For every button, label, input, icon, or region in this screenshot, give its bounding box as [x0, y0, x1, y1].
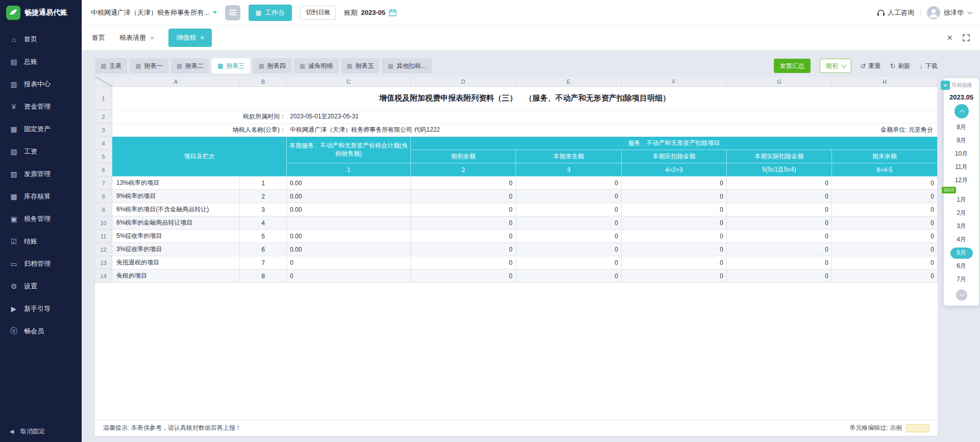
cell-value[interactable]: 0: [832, 216, 938, 230]
row-number[interactable]: 1: [95, 87, 112, 110]
column-letter[interactable]: B: [240, 77, 287, 87]
sidebar-item-settings[interactable]: ⚙ 设置: [0, 275, 82, 298]
sidebar-item-invoice-management[interactable]: ▨ 发票管理: [0, 163, 82, 185]
column-letter[interactable]: A: [112, 77, 240, 87]
column-letter[interactable]: G: [727, 77, 832, 87]
unpin-sidebar-button[interactable]: ◀ 取消固定: [0, 421, 82, 442]
cell-value[interactable]: 0: [832, 269, 938, 283]
cell-value[interactable]: 0: [516, 256, 622, 269]
cell-value[interactable]: 0: [832, 190, 938, 203]
cell-value[interactable]: 0: [516, 177, 622, 190]
cell-item-name[interactable]: 6%税率的项目(不含金融商品转让): [112, 203, 240, 216]
month-item[interactable]: 3月: [944, 220, 979, 233]
cell-value[interactable]: 0: [516, 269, 622, 283]
cell-value[interactable]: 0: [622, 190, 727, 203]
row-number[interactable]: 5: [95, 150, 112, 163]
cell-value[interactable]: 0: [622, 256, 727, 269]
sidebar-item-home[interactable]: ⌂ 首页: [0, 28, 82, 51]
month-item[interactable]: 11月: [944, 160, 979, 174]
cell-value[interactable]: 0: [832, 203, 938, 216]
cell-value[interactable]: 0: [287, 269, 411, 283]
sidebar-item-general-ledger[interactable]: ▤ 总账: [0, 51, 82, 73]
cell-value[interactable]: 0: [516, 190, 622, 203]
cell-value[interactable]: 0: [411, 269, 516, 283]
row-number[interactable]: 12: [95, 243, 112, 256]
row-number[interactable]: 13: [95, 256, 112, 269]
cell-item-name[interactable]: 3%征收率的项目: [112, 243, 240, 256]
cell-value[interactable]: 0: [832, 256, 938, 269]
cell-value[interactable]: 0: [411, 230, 516, 243]
cell-line-no[interactable]: 4: [240, 216, 287, 230]
month-item[interactable]: 5月: [950, 248, 973, 259]
cell-value[interactable]: 0: [727, 190, 832, 203]
cell-value[interactable]: 0: [727, 243, 832, 256]
cell-line-no[interactable]: 5: [240, 230, 287, 243]
sidebar-item-fund-management[interactable]: ¥ 资金管理: [0, 95, 82, 118]
cell-line-no[interactable]: 7: [240, 256, 287, 269]
cell-value[interactable]: 0: [622, 216, 727, 230]
month-item[interactable]: 6月: [944, 260, 979, 273]
sidebar-item-payroll[interactable]: ▧ 工资: [0, 140, 82, 163]
cell-value[interactable]: 0: [622, 203, 727, 216]
cell-line-no[interactable]: 8: [240, 269, 287, 283]
tab-2[interactable]: 增值税 ×: [168, 29, 212, 47]
period-filter-button[interactable]: 期初: [820, 59, 851, 73]
support-button[interactable]: 人工咨询: [877, 8, 914, 17]
cell-value[interactable]: 0: [622, 230, 727, 243]
subtab-0[interactable]: ▦ 主表: [95, 58, 127, 73]
close-all-tabs-icon[interactable]: ×: [947, 33, 952, 42]
collapse-panel-button[interactable]: «: [941, 81, 950, 90]
row-number[interactable]: 10: [95, 216, 112, 230]
tab-0[interactable]: 首页: [92, 33, 105, 42]
fullscreen-icon[interactable]: [963, 34, 970, 41]
row-number[interactable]: 9: [95, 203, 112, 216]
cell-value[interactable]: 0: [516, 216, 622, 230]
scroll-down-button[interactable]: [956, 289, 967, 301]
cell-value[interactable]: 0: [411, 203, 516, 216]
close-tab-icon[interactable]: ×: [200, 34, 204, 41]
cell-item-name[interactable]: 免税的项目: [112, 269, 240, 283]
row-number[interactable]: 14: [95, 269, 112, 283]
cell-value[interactable]: 0.00: [287, 190, 411, 203]
column-letter[interactable]: D: [411, 77, 516, 87]
cell-value[interactable]: 0.00: [287, 203, 411, 216]
cell-value[interactable]: 0: [622, 177, 727, 190]
cell-value[interactable]: 0: [411, 243, 516, 256]
column-letter[interactable]: H: [832, 77, 938, 87]
row-number[interactable]: 7: [95, 177, 112, 190]
cell-value[interactable]: 0.00: [287, 230, 411, 243]
cell-value[interactable]: 0: [727, 269, 832, 283]
subtab-2[interactable]: ▦ 附表二: [171, 58, 209, 73]
month-item[interactable]: 4月: [944, 233, 979, 247]
cell-value[interactable]: 0: [516, 230, 622, 243]
reset-button[interactable]: ↺ 重置: [861, 62, 881, 70]
column-letter[interactable]: C: [287, 77, 411, 87]
row-number[interactable]: 6: [95, 163, 112, 177]
cell-value[interactable]: 0: [411, 177, 516, 190]
sidebar-item-beginner-guide[interactable]: ▶ 新手引导: [0, 298, 82, 320]
subtab-7[interactable]: ▦ 其他扣税...: [382, 58, 431, 73]
user-menu[interactable]: 徐泽华: [927, 6, 971, 19]
sidebar-item-closing[interactable]: ☑ 结账: [0, 230, 82, 253]
month-item[interactable]: 12月: [944, 174, 979, 187]
cell-value[interactable]: 0: [411, 256, 516, 269]
row-number[interactable]: 3: [95, 124, 112, 137]
cell-value[interactable]: 0: [727, 203, 832, 216]
cell-value[interactable]: 0: [832, 177, 938, 190]
cell-value[interactable]: 0: [727, 230, 832, 243]
month-item[interactable]: 1月: [944, 193, 979, 207]
cell-item-name[interactable]: 9%税率的项目: [112, 190, 240, 203]
subtab-3[interactable]: ▦ 附表三: [212, 58, 250, 73]
sidebar-item-tax-management[interactable]: ▣ 税务管理: [0, 208, 82, 230]
sidebar-item-fixed-assets[interactable]: ▦ 固定资产: [0, 118, 82, 140]
sidebar-item-inventory-accounting[interactable]: ▩ 库存核算: [0, 185, 82, 208]
sidebar-item-archive-management[interactable]: ▭ 归档管理: [0, 253, 82, 275]
month-item[interactable]: 9月: [944, 134, 979, 147]
period-value[interactable]: 2023-05: [361, 9, 385, 16]
cell-value[interactable]: 0: [727, 216, 832, 230]
cell-value[interactable]: [287, 216, 411, 230]
cell-value[interactable]: 0.00: [287, 243, 411, 256]
cell-line-no[interactable]: 6: [240, 243, 287, 256]
cell-value[interactable]: 0: [727, 256, 832, 269]
subtab-6[interactable]: ▦ 附表五: [341, 58, 379, 73]
